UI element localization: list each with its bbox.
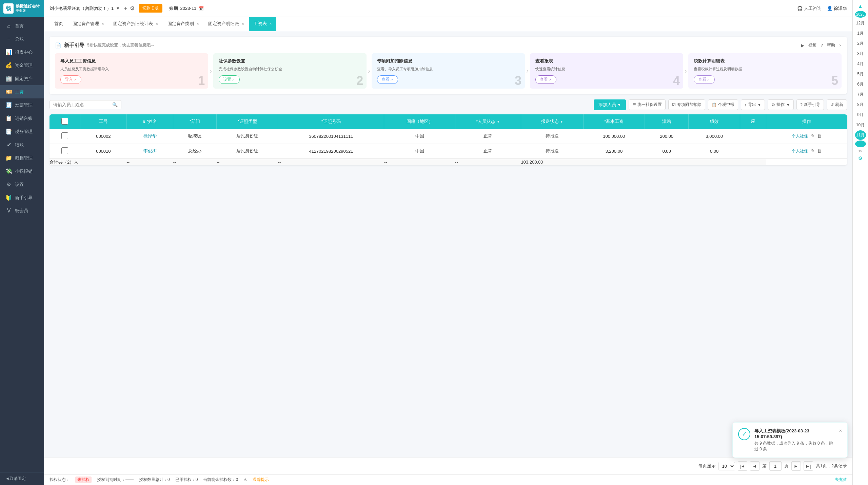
- row1-edit-icon[interactable]: ✎: [811, 133, 815, 138]
- step2-btn[interactable]: 设置＞: [219, 75, 240, 84]
- calendar-month-6[interactable]: 6月: [854, 79, 867, 89]
- tab-fixed-assets-close-icon[interactable]: ×: [102, 22, 104, 26]
- user-menu[interactable]: 👤 徐泽华: [827, 5, 847, 12]
- last-page-button[interactable]: ►|: [804, 461, 813, 471]
- per-page-select[interactable]: 10 20 50: [718, 462, 735, 470]
- calendar-expand-icon[interactable]: ≫: [857, 148, 863, 154]
- step3-btn[interactable]: 查看＞: [377, 75, 398, 84]
- notif-close-button[interactable]: ×: [839, 428, 842, 433]
- period-selector[interactable]: 账期 2023-11 📅: [169, 5, 204, 12]
- social-insurance-button[interactable]: ☰ 统一社保设置: [629, 99, 666, 110]
- search-icon[interactable]: 🔍: [112, 102, 118, 107]
- tab-asset-detail[interactable]: 固定资产明细账 ×: [203, 17, 249, 31]
- sidebar-item-reports[interactable]: 📊 报表中心: [0, 45, 44, 59]
- sidebar-item-payroll[interactable]: 💴 工资: [0, 85, 44, 98]
- export-button[interactable]: ↑ 导出 ▼: [741, 99, 765, 110]
- calendar-month-1[interactable]: 1月: [854, 29, 867, 38]
- go-charge-button[interactable]: 去充值: [835, 477, 847, 483]
- unpin-button[interactable]: ◄取消固定: [0, 472, 44, 485]
- select-all-checkbox[interactable]: [61, 118, 68, 125]
- calendar-month-4[interactable]: 4月: [854, 59, 867, 69]
- sidebar-item-invoice[interactable]: 🧾 发票管理: [0, 98, 44, 112]
- prev-page-button[interactable]: ◄: [750, 461, 760, 471]
- period-label: 账期: [169, 5, 178, 12]
- add-account-icon[interactable]: +: [124, 5, 127, 12]
- guide-help-label[interactable]: 帮助: [827, 42, 835, 48]
- new-guide-label: 新手引导: [804, 102, 820, 108]
- th-status[interactable]: *人员状态 ▼: [455, 114, 521, 129]
- sidebar-item-close[interactable]: ✔ 结账: [0, 138, 44, 151]
- export-arrow-icon: ▼: [757, 102, 762, 107]
- tab-payroll-close-icon[interactable]: ×: [270, 22, 272, 26]
- row2-checkbox[interactable]: [50, 144, 80, 159]
- th-id-type: *证照类型: [217, 114, 278, 129]
- tab-payroll[interactable]: 工资表 ×: [249, 17, 276, 31]
- sidebar-item-guide[interactable]: 🔰 新手引导: [0, 191, 44, 204]
- sidebar-item-ledger[interactable]: ≡ 总账: [0, 33, 44, 45]
- guide-close-icon[interactable]: ×: [839, 43, 842, 48]
- tab-home[interactable]: 首页: [50, 17, 68, 31]
- guide-video-label[interactable]: 视频: [808, 42, 816, 48]
- calendar-month-7[interactable]: 7月: [854, 90, 867, 99]
- calendar-month-5[interactable]: 5月: [854, 69, 867, 79]
- step4-btn[interactable]: 查看＞: [535, 75, 556, 84]
- calendar-month-3[interactable]: 3月: [854, 49, 867, 58]
- sidebar-item-assets[interactable]: 🏢 固定资产: [0, 72, 44, 85]
- row1-operation[interactable]: 个人社保 ✎ 🗑: [766, 129, 847, 144]
- tab-depreciation[interactable]: 固定资产折旧统计表 ×: [108, 17, 162, 31]
- sidebar-item-member[interactable]: V 畅会员: [0, 204, 44, 217]
- row2-operation[interactable]: 个人社保 ✎ 🗑: [766, 144, 847, 159]
- service-button[interactable]: 🎧 人工咨询: [797, 5, 822, 12]
- calendar-year-2023[interactable]: 2023: [855, 11, 866, 18]
- sidebar-label-archive: 归档管理: [15, 155, 33, 161]
- switch-version-button[interactable]: 切到旧版: [139, 4, 162, 13]
- help-icon: ?: [821, 43, 823, 48]
- page-input[interactable]: [769, 461, 782, 471]
- row2-name[interactable]: 李俊杰: [126, 144, 173, 159]
- sidebar-item-expense[interactable]: 💸 小畅报销: [0, 165, 44, 178]
- calendar-month-10[interactable]: 10月: [854, 120, 867, 130]
- calendar-month-12[interactable]: 12月: [854, 18, 867, 28]
- operation-button[interactable]: ⚙ 操作 ▼: [768, 99, 794, 110]
- th-report-status[interactable]: 报送状态 ▼: [521, 114, 583, 129]
- row1-checkbox[interactable]: [50, 129, 80, 144]
- row1-action-btn[interactable]: 个人社保: [792, 134, 808, 138]
- sidebar-item-purchase[interactable]: 📋 进销台账: [0, 112, 44, 125]
- first-page-button[interactable]: |◄: [738, 461, 747, 471]
- next-page-button[interactable]: ►: [791, 461, 801, 471]
- sidebar-item-archive[interactable]: 📁 归档管理: [0, 151, 44, 165]
- row1-name[interactable]: 徐泽华: [126, 129, 173, 144]
- tax-report-button[interactable]: 📋 个税申报: [708, 99, 738, 110]
- calendar-settings-icon[interactable]: ⚙: [857, 155, 863, 162]
- calendar-up-icon[interactable]: ▲: [857, 3, 864, 10]
- refresh-button[interactable]: ↺ 刷新: [827, 99, 847, 110]
- step5-btn[interactable]: 查看＞: [694, 75, 715, 84]
- sidebar-label-payroll: 工资: [15, 89, 24, 95]
- calendar-month-9[interactable]: 9月: [854, 110, 867, 119]
- search-input[interactable]: [53, 102, 110, 107]
- tab-asset-detail-close-icon[interactable]: ×: [242, 22, 244, 26]
- tab-asset-category[interactable]: 固定资产类别 ×: [163, 17, 203, 31]
- row2-action-btn[interactable]: 个人社保: [792, 149, 808, 153]
- th-name[interactable]: ⇅ *姓名: [126, 114, 173, 129]
- step1-btn[interactable]: 导入＞: [60, 75, 81, 84]
- row1-delete-icon[interactable]: 🗑: [817, 133, 822, 138]
- tab-asset-category-close-icon[interactable]: ×: [197, 22, 199, 26]
- calendar-month-11[interactable]: 11月: [855, 130, 866, 140]
- row2-delete-icon[interactable]: 🗑: [817, 148, 822, 153]
- new-guide-button[interactable]: ? 新手引导: [796, 99, 824, 110]
- tab-depreciation-close-icon[interactable]: ×: [156, 22, 158, 26]
- sidebar-item-funds[interactable]: 💰 资金管理: [0, 59, 44, 72]
- sidebar-item-settings[interactable]: ⚙ 设置: [0, 178, 44, 191]
- special-deduction-button[interactable]: ☑ 专项附加扣除: [668, 99, 705, 110]
- sidebar-item-tax[interactable]: 📑 税务管理: [0, 125, 44, 138]
- row2-edit-icon[interactable]: ✎: [811, 148, 815, 153]
- calendar-month-8[interactable]: 8月: [854, 100, 867, 109]
- calendar-month-2[interactable]: 2月: [854, 39, 867, 48]
- sidebar-item-home[interactable]: ⌂ 首页: [0, 20, 44, 33]
- tab-fixed-assets[interactable]: 固定资产管理 ×: [68, 17, 108, 31]
- account-selector[interactable]: 刘小艳演示账套（勿删勿动！）1 ▼: [50, 5, 120, 12]
- add-person-button[interactable]: 添加人员 ▼: [594, 99, 626, 110]
- topbar-settings-icon[interactable]: ⚙: [130, 5, 135, 12]
- th-checkbox[interactable]: [50, 114, 80, 129]
